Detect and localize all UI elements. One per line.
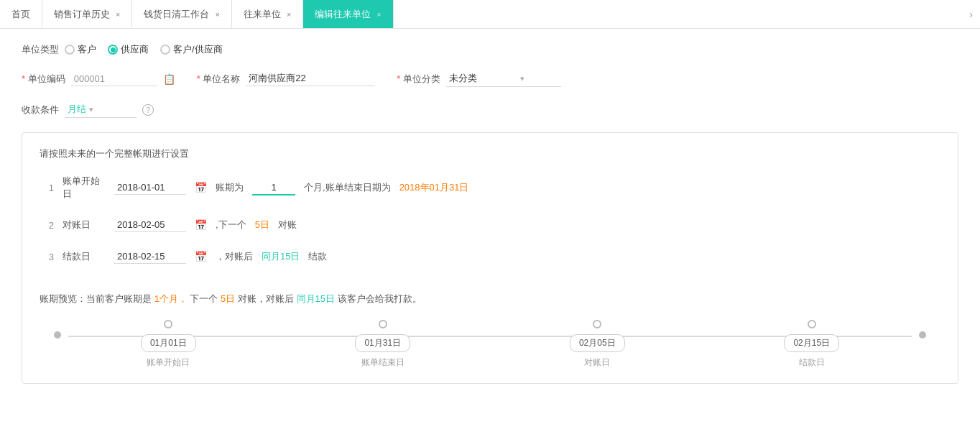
timeline-label-1: 账单开始日 xyxy=(147,356,190,369)
tab-partner-units[interactable]: 往来单位 × xyxy=(232,0,303,28)
period-reconcile-day: 5日 xyxy=(255,218,269,231)
period-desc-2a: ,下一个 xyxy=(216,218,246,231)
timeline-label-3: 对账日 xyxy=(584,356,610,369)
tab-cash-workbench-label: 钱货日清工作台 xyxy=(144,8,209,21)
timeline-start-circle xyxy=(54,331,61,339)
tab-edit-partner[interactable]: 编辑往来单位 × xyxy=(303,0,393,28)
reconcile-date-calendar-icon[interactable]: 📅 xyxy=(195,219,207,231)
main-content: 单位类型 客户 供应商 客户/供应商 单位编码 📋 xyxy=(0,29,980,437)
timeline-point-1: 01月01日 账单开始日 xyxy=(61,320,276,369)
preview-section: 账期预览：当前客户账期是 1个月， 下一个 5日 对账，对账后 同月15日 该客… xyxy=(40,281,940,369)
unit-type-field: 单位类型 客户 供应商 客户/供应商 xyxy=(22,43,223,56)
timeline-label-2: 账单结束日 xyxy=(361,356,405,369)
unit-type-row: 单位类型 客户 供应商 客户/供应商 xyxy=(22,43,958,56)
unit-type-label: 单位类型 xyxy=(22,43,59,56)
period-row-2: 2 对账日 📅 ,下一个 5日 对账 xyxy=(40,218,940,232)
tab-home[interactable]: 首页 xyxy=(0,0,42,28)
unit-name-input[interactable] xyxy=(246,72,375,86)
preview-suffix: 该客户会给我打款。 xyxy=(338,293,422,304)
preview-text: 账期预览：当前客户账期是 1个月， 下一个 5日 对账，对账后 同月15日 该客… xyxy=(40,293,940,305)
payment-terms-label: 收款条件 xyxy=(22,104,59,116)
period-month-input[interactable] xyxy=(252,180,295,196)
radio-both[interactable]: 客户/供应商 xyxy=(160,43,223,56)
timeline-end-circle xyxy=(919,331,926,339)
unit-code-label: 单位编码 xyxy=(22,73,65,86)
timeline-dot-3 xyxy=(593,320,601,328)
timeline-dot-2 xyxy=(379,320,387,328)
timeline-start-dot xyxy=(54,331,61,339)
period-desc-2b: 对账 xyxy=(278,218,297,231)
period-row-3: 3 结款日 📅 ，对账后 同月15日 结款 xyxy=(40,249,940,264)
unit-name-label: 单位名称 xyxy=(197,73,241,86)
period-desc-3a: ，对账后 xyxy=(216,250,253,263)
period-label-2: 对账日 xyxy=(63,218,106,231)
payment-terms-help-icon[interactable]: ? xyxy=(142,104,154,116)
timeline-badge-4: 02月15日 xyxy=(784,334,839,352)
timeline-badge-1: 01月01日 xyxy=(141,334,196,352)
preview-highlight-3: 同月15日 xyxy=(297,293,335,304)
unit-category-field: 单位分类 未分类 ▾ xyxy=(397,70,561,87)
payment-date-calendar-icon[interactable]: 📅 xyxy=(195,251,207,262)
payment-date-input[interactable] xyxy=(114,249,186,264)
unit-name-field: 单位名称 xyxy=(197,72,376,86)
timeline-dot-4 xyxy=(808,320,816,328)
timeline-point-2: 01月31日 账单结束日 xyxy=(276,320,491,369)
radio-both-label: 客户/供应商 xyxy=(173,43,223,56)
period-box-title: 请按照未来的一个完整帐期进行设置 xyxy=(40,147,940,160)
radio-supplier[interactable]: 供应商 xyxy=(108,43,149,56)
unit-category-dropdown[interactable]: 未分类 ▾ xyxy=(446,70,561,87)
preview-middle-1: 下一个 xyxy=(190,293,218,304)
radio-customer[interactable]: 客户 xyxy=(65,43,96,56)
timeline-label-4: 结款日 xyxy=(799,356,825,369)
tab-partner-units-label: 往来单位 xyxy=(244,8,281,21)
period-end-date: 2018年01月31日 xyxy=(399,181,469,194)
period-desc-3b: 结款 xyxy=(308,250,327,263)
reconcile-date-input[interactable] xyxy=(114,218,186,232)
payment-terms-field: 收款条件 月结 ▾ ? xyxy=(22,101,154,118)
period-label-1: 账单开始日 xyxy=(63,175,106,201)
start-date-calendar-icon[interactable]: 📅 xyxy=(195,182,207,193)
payment-terms-value: 月结 xyxy=(68,103,86,116)
timeline-badge-2: 01月31日 xyxy=(355,334,410,352)
preview-middle-2: 对账，对账后 xyxy=(238,293,294,304)
close-partner-units-icon[interactable]: × xyxy=(287,10,291,19)
payment-terms-arrow-icon: ▾ xyxy=(89,105,93,114)
radio-both-circle xyxy=(160,45,170,55)
radio-customer-circle xyxy=(65,45,75,55)
tab-sales-history[interactable]: 销售订单历史 × xyxy=(42,0,132,28)
period-desc-1a: 账期为 xyxy=(216,181,244,194)
period-num-3: 3 xyxy=(40,252,54,262)
payment-terms-dropdown[interactable]: 月结 ▾ xyxy=(65,101,137,118)
tab-home-label: 首页 xyxy=(11,8,30,21)
unit-code-field: 单位编码 📋 xyxy=(22,72,175,86)
period-desc-1b: 个月,账单结束日期为 xyxy=(304,181,391,194)
close-sales-history-icon[interactable]: × xyxy=(116,10,120,19)
timeline-end-dot xyxy=(919,331,926,339)
unit-category-arrow-icon: ▾ xyxy=(520,74,524,83)
unit-info-row: 单位编码 📋 单位名称 单位分类 未分类 ▾ xyxy=(22,70,958,87)
period-box: 请按照未来的一个完整帐期进行设置 1 账单开始日 📅 账期为 个月,账单结束日期… xyxy=(22,132,958,384)
period-payment-day: 同月15日 xyxy=(262,250,300,263)
unit-type-radio-group: 客户 供应商 客户/供应商 xyxy=(65,43,223,56)
tab-sales-history-label: 销售订单历史 xyxy=(54,8,110,21)
preview-highlight-2: 5日 xyxy=(221,293,235,304)
radio-supplier-label: 供应商 xyxy=(121,43,149,56)
start-date-input[interactable] xyxy=(114,180,186,195)
period-num-2: 2 xyxy=(40,220,54,231)
period-row-1: 1 账单开始日 📅 账期为 个月,账单结束日期为 2018年01月31日 xyxy=(40,175,940,201)
tabs-next-arrow[interactable]: › xyxy=(962,0,980,28)
unit-code-input[interactable] xyxy=(71,72,157,86)
period-num-1: 1 xyxy=(40,183,54,193)
tab-cash-workbench[interactable]: 钱货日清工作台 × xyxy=(132,0,231,28)
timeline-dot-1 xyxy=(164,320,172,328)
preview-highlight-1: 1个月， xyxy=(154,293,188,304)
tab-edit-partner-label: 编辑往来单位 xyxy=(315,8,371,21)
close-edit-partner-icon[interactable]: × xyxy=(376,10,381,19)
period-label-3: 结款日 xyxy=(63,250,106,263)
timeline-point-4: 02月15日 结款日 xyxy=(705,320,920,369)
unit-category-label: 单位分类 xyxy=(397,73,440,86)
preview-prefix: 账期预览：当前客户账期是 xyxy=(40,293,152,304)
unit-code-icon[interactable]: 📋 xyxy=(163,73,175,85)
timeline: 01月01日 账单开始日 01月31日 账单结束日 02月05日 对账日 xyxy=(40,320,940,369)
close-cash-workbench-icon[interactable]: × xyxy=(215,10,219,19)
